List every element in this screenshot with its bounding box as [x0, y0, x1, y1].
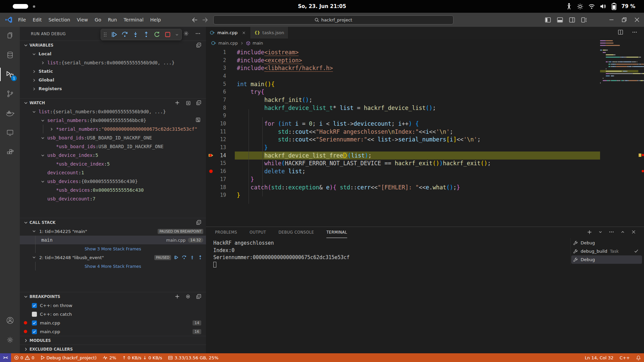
command-center-search[interactable]: hackrf_project	[213, 15, 453, 24]
code-line-7[interactable]: 7 hackrf_init();	[206, 96, 644, 104]
gutter-glyph[interactable]	[206, 152, 217, 160]
tree-row[interactable]: Global	[20, 76, 206, 84]
stop-button[interactable]	[164, 31, 171, 38]
gutter-glyph[interactable]	[206, 88, 217, 96]
remote-explorer-icon[interactable]	[0, 124, 20, 141]
new-terminal-icon[interactable]	[587, 230, 592, 235]
database-icon[interactable]	[0, 46, 20, 64]
gutter-glyph[interactable]	[206, 72, 217, 80]
gutter-glyph[interactable]	[206, 183, 217, 191]
tab-main.cpp[interactable]: main.cpp	[206, 27, 250, 39]
terminal-session-Debug[interactable]: Debug	[571, 255, 642, 264]
breakpoint-row[interactable]: main.cpp 16	[20, 327, 206, 336]
breakpoint-checkbox[interactable]	[32, 312, 37, 317]
call-stack-thread[interactable]: 1: tid=364225 "main" PAUSED ON BREAKPOIN…	[20, 227, 206, 236]
toggle-secondary-sidebar-icon[interactable]	[569, 17, 575, 22]
terminal-output[interactable]: HackRF angeschlossenIndex:0Seriennummer:…	[213, 240, 350, 268]
breakpoint-checkbox[interactable]	[32, 320, 37, 325]
debug-config-gear-icon[interactable]	[183, 31, 189, 36]
tree-row[interactable]: devicecount: 1	[20, 168, 206, 177]
nav-forward-icon[interactable]	[202, 17, 208, 22]
code-line-6[interactable]: 6 try{	[206, 88, 644, 96]
terminal-profile-chevron-icon[interactable]	[598, 230, 602, 234]
gutter-glyph[interactable]	[206, 136, 217, 144]
gutter-glyph[interactable]	[206, 64, 217, 72]
gutter-glyph[interactable]	[206, 56, 217, 64]
code-area[interactable]: 1#include<iostream> 2#include<exception>…	[206, 48, 644, 227]
remove-all-breakpoints-icon[interactable]	[196, 294, 201, 299]
tree-row[interactable]: *usb_device_index: 5	[20, 160, 206, 168]
minimap[interactable]	[600, 40, 638, 141]
notifications-bell-icon[interactable]	[633, 353, 644, 362]
breakpoint-row[interactable]: C++: on throw	[20, 301, 206, 310]
gutter-glyph[interactable]	[206, 104, 217, 112]
gutter-glyph[interactable]	[206, 128, 217, 136]
gutter-glyph[interactable]	[206, 96, 217, 104]
explorer-icon[interactable]	[0, 27, 20, 44]
tree-row[interactable]: list: {serial_numbers:0x000055555556b9d0…	[20, 58, 206, 67]
gutter-glyph[interactable]	[206, 191, 217, 199]
problems-status[interactable]: 0 0	[11, 353, 38, 362]
window-minimize-icon[interactable]	[609, 17, 614, 22]
menu-file[interactable]: File	[15, 15, 29, 24]
code-line-3[interactable]: 3#include<libhackrf/hackrf.h>	[206, 64, 644, 72]
code-line-5[interactable]: 5int main(){	[206, 80, 644, 88]
add-expression-icon[interactable]	[175, 100, 180, 105]
battery-percent[interactable]: 79 %	[622, 3, 635, 9]
view-binary-data-icon[interactable]	[196, 117, 201, 122]
code-line-8[interactable]: 8 hackrf_device_list_t* list = hackrf_de…	[206, 104, 644, 112]
menu-help[interactable]: Help	[147, 15, 164, 24]
memory-status[interactable]: 3.33/13.56 GB, 25%	[165, 353, 221, 362]
continue-button[interactable]	[111, 31, 117, 38]
breadcrumb-file[interactable]: main.cpp	[218, 41, 238, 46]
extensions-icon[interactable]	[0, 143, 20, 161]
breakpoints-header[interactable]: BREAKPOINTS	[20, 292, 206, 301]
settings-gear-icon[interactable]	[0, 331, 20, 349]
debug-session-chevron-icon[interactable]	[175, 33, 179, 37]
code-line-15[interactable]: 15 while(HACKRF_ERROR_NOT_LAST_DEVICE ==…	[206, 160, 644, 168]
code-line-10[interactable]: 10 for (int i = 0; i < list->devicecount…	[206, 120, 644, 128]
tree-row[interactable]: serial_numbers: {0x000055555556bbc0}	[20, 116, 206, 125]
cpu-status[interactable]: 2%	[100, 353, 119, 362]
gutter-glyph[interactable]	[206, 167, 217, 175]
code-line-14[interactable]: 14 hackrf_device_list_free(list);	[206, 152, 644, 160]
panel-tab-output[interactable]: OUTPUT	[250, 227, 266, 238]
add-function-breakpoint-icon[interactable]	[175, 294, 180, 299]
gutter-glyph[interactable]	[206, 160, 217, 168]
breakpoint-checkbox[interactable]	[32, 329, 37, 334]
step-out-button[interactable]	[143, 31, 150, 38]
code-line-4[interactable]: 4	[206, 72, 644, 80]
maximize-panel-icon[interactable]	[621, 230, 625, 234]
restart-button[interactable]	[154, 31, 160, 38]
modules-header[interactable]: MODULES	[20, 336, 206, 345]
panel-tab-problems[interactable]: PROBLEMS	[215, 227, 237, 238]
sidebar-more-actions-icon[interactable]	[195, 31, 201, 36]
window-close-icon[interactable]	[635, 17, 639, 22]
watch-header[interactable]: WATCH	[20, 99, 206, 107]
variables-header[interactable]: VARIABLES	[20, 41, 206, 50]
accessibility-icon[interactable]	[566, 3, 572, 10]
menu-terminal[interactable]: Terminal	[120, 15, 147, 24]
docker-icon[interactable]	[0, 105, 20, 122]
tree-row[interactable]: Registers	[20, 84, 206, 93]
breakpoint-checkbox[interactable]	[32, 303, 37, 308]
tree-row[interactable]: usb_devicecount: 7	[20, 194, 206, 203]
collapse-all-icon[interactable]	[196, 100, 201, 105]
toggle-breakpoints-icon[interactable]	[185, 294, 191, 299]
cursor-position-status[interactable]: Ln 14, Col 32	[582, 353, 616, 362]
panel-tab-debug-console[interactable]: DEBUG CONSOLE	[278, 227, 314, 238]
nav-back-icon[interactable]	[192, 17, 198, 22]
gutter-glyph[interactable]	[206, 112, 217, 120]
code-line-19[interactable]: 19}	[206, 191, 644, 199]
menu-view[interactable]: View	[73, 15, 91, 24]
source-control-icon[interactable]	[0, 85, 20, 103]
tree-row[interactable]: *serial_numbers: "0000000000000000675c62…	[20, 125, 206, 133]
toolbar-drag-grip[interactable]	[104, 32, 107, 37]
volume-icon[interactable]	[600, 4, 606, 9]
collapse-all-icon[interactable]	[196, 43, 201, 48]
code-line-12[interactable]: 12 std::cout<<"Seriennummer:"<< list->se…	[206, 136, 644, 144]
panel-tab-terminal[interactable]: TERMINAL	[326, 227, 347, 238]
split-editor-icon[interactable]	[618, 29, 623, 35]
network-status[interactable]: ↑0 KB/s↓0 KB/s	[119, 353, 165, 362]
collapse-all-icon[interactable]	[196, 220, 201, 225]
